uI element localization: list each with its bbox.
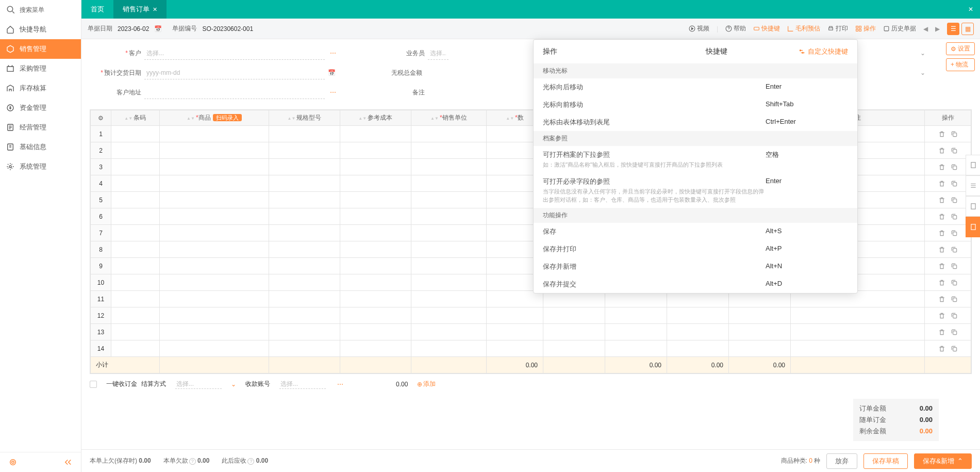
print-link[interactable]: 打印 bbox=[827, 24, 848, 33]
th-barcode[interactable]: ▲▼条码 bbox=[111, 110, 160, 126]
tab-home[interactable]: 首页 bbox=[81, 0, 113, 19]
delete-icon[interactable] bbox=[938, 164, 945, 171]
calendar-icon[interactable]: 📅 bbox=[328, 69, 336, 76]
popover-op: 保存并提交 bbox=[543, 280, 766, 289]
sidebar-item-system[interactable]: 系统管理 bbox=[0, 157, 81, 176]
next-doc-icon[interactable]: ▶ bbox=[935, 25, 940, 32]
delete-icon[interactable] bbox=[938, 131, 945, 138]
right-tab-2[interactable] bbox=[966, 175, 980, 196]
chevron-down-icon[interactable]: ⌄ bbox=[231, 381, 236, 388]
th-gear[interactable]: ⚙ bbox=[91, 110, 111, 126]
scan-badge[interactable]: 扫码录入 bbox=[213, 114, 242, 121]
sidebar-item-finance[interactable]: 资金管理 bbox=[0, 98, 81, 118]
sidebar-item-purchase[interactable]: 采购管理 bbox=[0, 59, 81, 78]
operate-link[interactable]: 操作 bbox=[855, 24, 876, 33]
delete-icon[interactable] bbox=[938, 263, 945, 270]
copy-icon[interactable] bbox=[951, 312, 958, 319]
prev-doc-icon[interactable]: ◀ bbox=[923, 25, 928, 32]
copy-icon[interactable] bbox=[951, 180, 958, 187]
add-row-link[interactable]: ⊕添加 bbox=[417, 380, 436, 388]
tab-sales-order[interactable]: 销售订单✕ bbox=[113, 0, 167, 19]
delete-icon[interactable] bbox=[938, 147, 945, 154]
expect-date-input[interactable] bbox=[144, 66, 325, 79]
row-number: 4 bbox=[91, 175, 111, 192]
settle-input[interactable] bbox=[175, 379, 222, 389]
sidebar-item-sales[interactable]: 销售管理 bbox=[0, 39, 81, 59]
deposit-checkbox[interactable] bbox=[90, 381, 97, 388]
copy-icon[interactable] bbox=[951, 230, 958, 237]
doc-date-value[interactable]: 2023-06-02 bbox=[118, 25, 149, 32]
delete-icon[interactable] bbox=[938, 230, 945, 237]
addr-input[interactable] bbox=[144, 86, 325, 99]
copy-icon[interactable] bbox=[951, 345, 958, 352]
sidebar-item-quicknav[interactable]: 快捷导航 bbox=[0, 20, 81, 39]
more-icon[interactable]: ⋯ bbox=[328, 89, 338, 96]
play-icon bbox=[689, 25, 695, 32]
deposit-label: 一键收订金 bbox=[106, 380, 137, 388]
copy-icon[interactable] bbox=[951, 131, 958, 138]
copy-icon[interactable] bbox=[951, 197, 958, 204]
account-input[interactable] bbox=[279, 379, 326, 389]
expand-icon[interactable]: ⌄ bbox=[920, 69, 925, 76]
right-tab-1[interactable] bbox=[966, 155, 980, 175]
collapse-icon[interactable] bbox=[63, 458, 73, 467]
popover-key: 空格 bbox=[766, 150, 848, 159]
calendar-icon[interactable]: 📅 bbox=[154, 25, 162, 32]
logistics-button[interactable]: + 物流 bbox=[946, 58, 975, 71]
expand-icon[interactable]: ⌄ bbox=[920, 50, 925, 57]
save-new-button[interactable]: 保存&新增 ⌃ bbox=[914, 453, 972, 469]
video-link[interactable]: 视频 bbox=[689, 24, 709, 33]
table-row[interactable]: 14 bbox=[91, 340, 971, 357]
custom-shortcut-link[interactable]: 自定义快捷键 bbox=[799, 47, 848, 56]
delete-icon[interactable] bbox=[938, 180, 945, 187]
history-link[interactable]: 历史单据 bbox=[883, 24, 916, 33]
help-link[interactable]: 帮助 bbox=[725, 24, 746, 33]
save-draft-button[interactable]: 保存草稿 bbox=[863, 453, 908, 469]
right-tab-3[interactable] bbox=[966, 196, 980, 217]
settings-button[interactable]: ⚙ 设置 bbox=[946, 42, 975, 55]
th-refcost[interactable]: ▲▼参考成本 bbox=[340, 110, 411, 126]
sidebar-item-baseinfo[interactable]: 基础信息 bbox=[0, 137, 81, 157]
delete-icon[interactable] bbox=[938, 246, 945, 253]
close-icon[interactable]: ✕ bbox=[153, 6, 157, 13]
delete-icon[interactable] bbox=[938, 329, 945, 336]
profit-link[interactable]: 毛利预估 bbox=[787, 24, 820, 33]
customer-input[interactable] bbox=[144, 46, 325, 60]
delete-icon[interactable] bbox=[938, 197, 945, 204]
more-icon[interactable]: ⋯ bbox=[335, 381, 345, 388]
close-all-tabs[interactable]: ✕ bbox=[961, 0, 980, 19]
th-product[interactable]: ▲▼*商品扫码录入 bbox=[159, 110, 269, 126]
copy-icon[interactable] bbox=[951, 279, 958, 286]
discard-button[interactable]: 放弃 bbox=[826, 453, 857, 469]
help-icon[interactable]: ? bbox=[247, 458, 254, 465]
copy-icon[interactable] bbox=[951, 164, 958, 171]
th-spec[interactable]: ▲▼规格型号 bbox=[269, 110, 340, 126]
table-row[interactable]: 13 bbox=[91, 324, 971, 340]
help-icon[interactable]: ? bbox=[189, 458, 196, 465]
more-icon[interactable]: ⋯ bbox=[328, 50, 338, 57]
sidebar-search[interactable]: 搜索菜单 bbox=[0, 0, 81, 20]
copy-icon[interactable] bbox=[951, 296, 958, 303]
copy-icon[interactable] bbox=[951, 263, 958, 270]
delete-icon[interactable] bbox=[938, 296, 945, 303]
delete-icon[interactable] bbox=[938, 312, 945, 319]
row-actions bbox=[925, 274, 971, 291]
salesman-input[interactable] bbox=[428, 46, 449, 60]
right-tab-4[interactable] bbox=[966, 217, 980, 237]
copy-icon[interactable] bbox=[951, 213, 958, 220]
row-actions bbox=[925, 142, 971, 159]
delete-icon[interactable] bbox=[938, 279, 945, 286]
copy-icon[interactable] bbox=[951, 329, 958, 336]
sidebar-item-business[interactable]: 经营管理 bbox=[0, 118, 81, 137]
delete-icon[interactable] bbox=[938, 213, 945, 220]
th-unit[interactable]: ▲▼*销售单位 bbox=[411, 110, 486, 126]
view-list-button[interactable]: ☰ bbox=[947, 23, 959, 35]
table-row[interactable]: 12 bbox=[91, 307, 971, 324]
view-grid-button[interactable]: ▦ bbox=[961, 23, 974, 35]
sidebar-item-inventory[interactable]: 库存核算 bbox=[0, 78, 81, 98]
settings-icon[interactable] bbox=[8, 458, 18, 467]
delete-icon[interactable] bbox=[938, 345, 945, 352]
copy-icon[interactable] bbox=[951, 246, 958, 253]
shortcut-link[interactable]: 快捷键 bbox=[753, 24, 780, 33]
copy-icon[interactable] bbox=[951, 147, 958, 154]
